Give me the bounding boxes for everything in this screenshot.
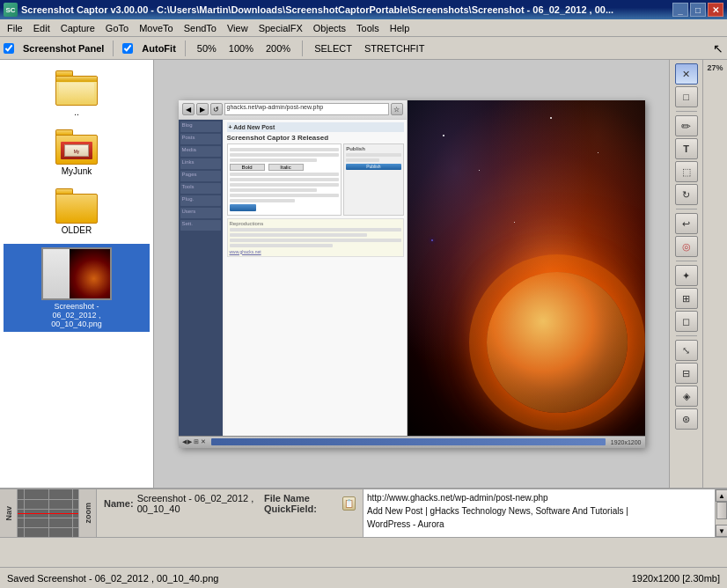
stretchfit-button[interactable]: STRETCHFIT bbox=[362, 42, 427, 55]
right-toolbar: ✕ □ ✏ T ⬚ ↻ ↩ ◎ ✦ ⊞ ◻ ⤡ ⊟ ◈ ⊛ bbox=[669, 60, 702, 488]
maximize-button[interactable]: □ bbox=[690, 3, 706, 17]
toolbar: Screenshot Panel AutoFit 50% 100% 200% S… bbox=[0, 37, 727, 60]
crop-button[interactable]: ⊟ bbox=[675, 363, 698, 384]
file-browser-panel: .. My MyJunk OLDER bbox=[0, 60, 154, 488]
zoom-200-button[interactable]: 200% bbox=[263, 42, 293, 55]
undo-button[interactable]: ↩ bbox=[675, 213, 698, 234]
app-icon: SC bbox=[4, 3, 18, 17]
menu-view[interactable]: View bbox=[222, 21, 253, 35]
text-button[interactable]: T bbox=[675, 138, 698, 159]
screenshot-thumbnail-label: Screenshot - 06_02_2012 ,00_10_40.png bbox=[33, 302, 121, 328]
title-bar: SC Screenshot Captor v3.00.00 - C:\Users… bbox=[0, 0, 727, 19]
folder-item-older[interactable]: OLDER bbox=[4, 185, 150, 239]
folder-item-myjunk[interactable]: My MyJunk bbox=[4, 126, 150, 180]
close-tool-button[interactable]: ✕ bbox=[675, 63, 698, 85]
menu-help[interactable]: Help bbox=[385, 21, 415, 35]
menu-tools[interactable]: Tools bbox=[351, 21, 385, 35]
menu-moveto[interactable]: MoveTo bbox=[134, 21, 179, 35]
quick-field-label: File Name QuickField: bbox=[264, 493, 339, 514]
nav-label: Nav bbox=[0, 489, 18, 537]
status-bar: Saved Screenshot - 06_02_2012 , 00_10_40… bbox=[0, 567, 727, 588]
scroll-down-button[interactable]: ▼ bbox=[716, 525, 727, 537]
menu-bar: File Edit Capture GoTo MoveTo SendTo Vie… bbox=[0, 19, 727, 37]
menu-sendto[interactable]: SendTo bbox=[179, 21, 222, 35]
status-message: Saved Screenshot - 06_02_2012 , 00_10_40… bbox=[7, 573, 614, 584]
select-button[interactable]: SELECT bbox=[312, 42, 355, 55]
border-button[interactable]: ◻ bbox=[675, 311, 698, 332]
url-line-3: WordPress - Aurora bbox=[367, 518, 711, 531]
cursor-icon: ↖ bbox=[713, 41, 723, 55]
filename-value: Screenshot - 06_02_2012 , 00_10_40 bbox=[137, 493, 257, 514]
menu-capture[interactable]: Capture bbox=[55, 21, 100, 35]
image-button[interactable]: ⬚ bbox=[675, 161, 698, 182]
myjunk-folder-label: MyJunk bbox=[62, 166, 92, 176]
autofit-label: AutoFit bbox=[142, 43, 175, 54]
bottom-info-panel: zoom Nav Name: Screenshot - 06_02_2012 ,… bbox=[0, 488, 727, 567]
zoom-50-button[interactable]: 50% bbox=[195, 42, 219, 55]
menu-file[interactable]: File bbox=[2, 21, 28, 35]
older-folder-label: OLDER bbox=[62, 225, 92, 235]
toolbar-separator-2 bbox=[185, 40, 186, 56]
minimap-preview: zoom Nav bbox=[0, 489, 97, 537]
screenshot-panel-label: Screenshot Panel bbox=[23, 43, 104, 54]
close-button[interactable]: ✕ bbox=[708, 3, 723, 17]
url-line-1: http://www.ghacks.net/wp-admin/post-new.… bbox=[367, 491, 711, 504]
name-label: Name: bbox=[104, 498, 134, 509]
pen-button[interactable]: ✏ bbox=[675, 115, 698, 136]
thumbnail-image bbox=[41, 247, 112, 300]
file-info-section: Name: Screenshot - 06_02_2012 , 00_10_40… bbox=[97, 489, 363, 537]
zoom-100-button[interactable]: 100% bbox=[226, 42, 256, 55]
effects-button[interactable]: ✦ bbox=[675, 265, 698, 286]
image-dimensions: 1920x1200 [2.30mb] bbox=[632, 573, 720, 584]
toolbar-sep-4 bbox=[676, 335, 697, 336]
transform-button[interactable]: ◈ bbox=[675, 386, 698, 407]
zoom-percent-value: 27% bbox=[707, 63, 723, 72]
menu-goto[interactable]: GoTo bbox=[100, 21, 134, 35]
zoom-label: zoom bbox=[78, 489, 96, 537]
autofit-checkbox[interactable] bbox=[122, 43, 133, 54]
window-title: Screenshot Captor v3.00.00 - C:\Users\Ma… bbox=[21, 4, 672, 15]
space-image-right bbox=[408, 100, 645, 448]
toolbar-sep-3 bbox=[676, 261, 697, 261]
rect-draw-button[interactable]: □ bbox=[675, 86, 698, 107]
name-row: Name: Screenshot - 06_02_2012 , 00_10_40… bbox=[104, 493, 356, 514]
toolbar-separator-1 bbox=[113, 40, 114, 56]
browser-content-left: ◀ ▶ ↺ ghacks.net/wp-admin/post-new.php ☆… bbox=[179, 100, 408, 448]
window-controls: _ □ ✕ bbox=[672, 3, 723, 17]
bottom-top-section: zoom Nav Name: Screenshot - 06_02_2012 ,… bbox=[0, 489, 727, 538]
menu-edit[interactable]: Edit bbox=[28, 21, 55, 35]
minimize-button[interactable]: _ bbox=[672, 3, 688, 17]
folder-item-parent[interactable]: .. bbox=[4, 67, 150, 121]
screenshot-panel-checkbox[interactable] bbox=[4, 43, 14, 54]
url-scrollbar[interactable]: ▲ ▼ bbox=[715, 489, 727, 537]
url-line-2: Add New Post | gHacks Technology News, S… bbox=[367, 504, 711, 518]
scroll-track bbox=[716, 502, 727, 525]
parent-folder-label: .. bbox=[74, 107, 79, 117]
quick-field-button[interactable]: 📋 bbox=[342, 496, 356, 511]
thumbnail-item-screenshot[interactable]: Screenshot - 06_02_2012 ,00_10_40.png bbox=[4, 244, 150, 332]
grid-button[interactable]: ⊞ bbox=[675, 288, 698, 309]
toolbar-sep-2 bbox=[676, 209, 697, 209]
screenshot-viewer-panel: ◀ ▶ ↺ ghacks.net/wp-admin/post-new.php ☆… bbox=[154, 60, 669, 488]
target-button[interactable]: ◎ bbox=[675, 236, 698, 257]
screenshot-display-area[interactable]: ◀ ▶ ↺ ghacks.net/wp-admin/post-new.php ☆… bbox=[154, 60, 669, 488]
extra-button[interactable]: ⊛ bbox=[675, 408, 698, 430]
resize-button[interactable]: ⤡ bbox=[675, 340, 698, 361]
menu-specialfx[interactable]: SpecialFX bbox=[253, 21, 308, 35]
url-info-panel: http://www.ghacks.net/wp-admin/post-new.… bbox=[363, 489, 715, 537]
toolbar-separator-3 bbox=[302, 40, 303, 56]
zoom-percent-panel: 27% bbox=[702, 60, 727, 488]
scroll-up-button[interactable]: ▲ bbox=[716, 489, 727, 502]
scroll-thumb[interactable] bbox=[716, 502, 727, 519]
toolbar-sep-1 bbox=[676, 111, 697, 112]
screenshot-image: ◀ ▶ ↺ ghacks.net/wp-admin/post-new.php ☆… bbox=[179, 100, 645, 448]
menu-objects[interactable]: Objects bbox=[308, 21, 351, 35]
rotate-button[interactable]: ↻ bbox=[675, 184, 698, 205]
